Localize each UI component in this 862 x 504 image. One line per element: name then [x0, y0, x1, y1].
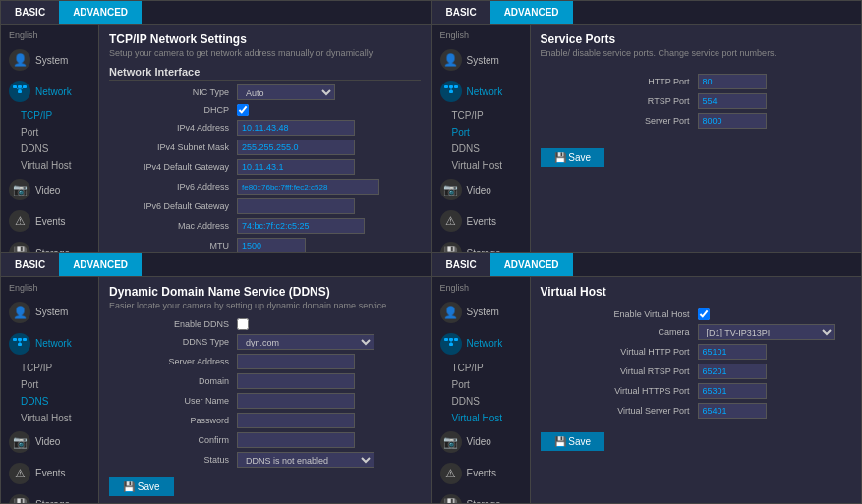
save-button-ddns[interactable]: 💾 Save: [109, 477, 174, 496]
submenu-ddns-vhost[interactable]: DDNS: [444, 393, 530, 410]
sidebar-storage-ddns[interactable]: 💾 Storage: [1, 489, 98, 504]
nic-type-select[interactable]: Auto: [237, 84, 335, 100]
sidebar-network-port[interactable]: Network: [432, 76, 530, 107]
save-button-port[interactable]: 💾 Save: [541, 148, 605, 167]
vhttps-port-input[interactable]: [698, 383, 767, 399]
submenu-tcpip-item[interactable]: TCP/IP: [13, 107, 98, 124]
vhost-title: Virtual Host: [541, 285, 852, 299]
dhcp-checkbox[interactable]: [237, 104, 249, 116]
password-label: Password: [109, 416, 237, 425]
confirm-input[interactable]: [237, 432, 355, 448]
enable-ddns-group: Enable DDNS: [109, 318, 421, 330]
ddns-type-label: DDNS Type: [109, 337, 237, 347]
sidebar-system-port[interactable]: 👤 System: [432, 44, 530, 76]
submenu-tcpip-vhost[interactable]: TCP/IP: [444, 360, 530, 376]
vserver-port-input[interactable]: [698, 403, 767, 419]
ipv6-addr-group: IPv6 Address: [109, 179, 421, 195]
submenu-ddns-ddns[interactable]: DDNS: [13, 393, 98, 410]
enable-vhost-checkbox[interactable]: [698, 308, 710, 320]
storage-icon-port: 💾: [440, 242, 462, 252]
sidebar-network-ddns[interactable]: Network: [1, 328, 98, 360]
mtu-input[interactable]: [237, 238, 306, 252]
sidebar-events-vhost[interactable]: ⚠ Events: [432, 458, 530, 489]
submenu-vhost-item[interactable]: Virtual Host: [13, 157, 98, 174]
sidebar-storage-port[interactable]: 💾 Storage: [432, 237, 530, 252]
server-addr-input[interactable]: [237, 354, 355, 369]
sidebar-item-events-tcpip[interactable]: ⚠ Events: [1, 205, 98, 237]
ddns-subtitle: Easier locate your camera by setting up …: [109, 301, 421, 310]
tab-advanced-ddns[interactable]: ADVANCED: [59, 253, 142, 276]
submenu-port-item[interactable]: Port: [13, 124, 98, 140]
ipv6-addr-input[interactable]: [237, 179, 379, 195]
mac-input[interactable]: [237, 218, 365, 234]
main-content-port: Service Ports Enable/ disable service po…: [531, 25, 862, 252]
sidebar-video-vhost[interactable]: 📷 Video: [432, 426, 530, 458]
save-button-vhost[interactable]: 💾 Save: [541, 432, 605, 451]
tab-advanced-vhost[interactable]: ADVANCED: [490, 253, 573, 276]
camera-select[interactable]: [D1] TV-IP313PI: [698, 324, 835, 340]
confirm-label: Confirm: [109, 435, 237, 445]
sidebar-events-port[interactable]: ⚠ Events: [432, 205, 530, 237]
http-port-input[interactable]: [698, 74, 767, 89]
submenu-vhost-port[interactable]: Virtual Host: [444, 157, 530, 174]
submenu-ddns-item[interactable]: DDNS: [13, 140, 98, 157]
server-port-input[interactable]: [698, 113, 767, 129]
submenu-port-vhost[interactable]: Port: [444, 376, 530, 393]
ipv4-addr-label: IPv4 Address: [109, 123, 237, 133]
ddns-type-group: DDNS Type dyn.com: [109, 334, 421, 350]
sidebar-system-ddns[interactable]: 👤 System: [1, 297, 98, 328]
mtu-group: MTU: [109, 238, 421, 252]
domain-label: Domain: [109, 376, 237, 386]
submenu-vhost-ddns[interactable]: Virtual Host: [13, 410, 98, 426]
submenu-vhost-vhost[interactable]: Virtual Host: [444, 410, 530, 426]
submenu-ddns-port[interactable]: DDNS: [444, 140, 530, 157]
submenu-port-port[interactable]: Port: [444, 124, 530, 140]
submenu-tcpip-ddns[interactable]: TCP/IP: [13, 360, 98, 376]
submenu-port-ddns[interactable]: Port: [13, 376, 98, 393]
tab-basic-port[interactable]: BASIC: [432, 1, 490, 24]
status-select[interactable]: DDNS is not enabled: [237, 452, 374, 468]
main-content-tcpip: TCP/IP Network Settings Setup your camer…: [99, 25, 431, 252]
sidebar-video-ddns[interactable]: 📷 Video: [1, 426, 98, 458]
ipv4-subnet-input[interactable]: [237, 140, 355, 155]
ddns-type-select[interactable]: dyn.com: [237, 334, 374, 350]
sidebar-item-network-tcpip[interactable]: Network: [1, 76, 98, 107]
sidebar-item-storage-tcpip[interactable]: 💾 Storage: [1, 237, 98, 252]
network-label-ddns: Network: [35, 338, 72, 349]
tab-basic-vhost[interactable]: BASIC: [432, 253, 490, 276]
domain-input[interactable]: [237, 373, 355, 389]
password-input[interactable]: [237, 413, 355, 428]
rtsp-port-group: RTSP Port: [541, 93, 852, 109]
system-label-ddns: System: [35, 307, 68, 317]
ipv4-addr-input[interactable]: [237, 120, 355, 136]
sidebar-events-ddns[interactable]: ⚠ Events: [1, 458, 98, 489]
network-icon-port: [440, 81, 462, 102]
submenu-tcpip-port[interactable]: TCP/IP: [444, 107, 530, 124]
status-group: Status DDNS is not enabled: [109, 452, 421, 468]
svg-rect-15: [18, 343, 22, 346]
vrtsp-port-input[interactable]: [698, 364, 767, 379]
rtsp-port-input[interactable]: [698, 93, 767, 109]
tab-advanced-tcpip[interactable]: ADVANCED: [59, 1, 142, 24]
username-input[interactable]: [237, 393, 355, 409]
tab-basic-ddns[interactable]: BASIC: [1, 253, 59, 276]
enable-ddns-checkbox[interactable]: [237, 318, 249, 330]
sidebar-network-vhost[interactable]: Network: [432, 328, 530, 360]
vhttp-port-input[interactable]: [698, 344, 767, 360]
sidebar-ddns: English 👤 System Network TC: [1, 277, 99, 504]
tab-advanced-port[interactable]: ADVANCED: [490, 1, 573, 24]
events-icon-tcpip: ⚠: [9, 210, 30, 232]
ipv4-gateway-input[interactable]: [237, 159, 355, 175]
sidebar-storage-vhost[interactable]: 💾 Storage: [432, 489, 530, 504]
ipv6-gateway-input[interactable]: [237, 198, 355, 214]
sidebar-video-port[interactable]: 📷 Video: [432, 174, 530, 205]
ipv6-gateway-label: IPv6 Default Gateway: [109, 201, 237, 211]
submenu-vhost-panel: TCP/IP Port DDNS Virtual Host: [432, 360, 530, 426]
sidebar-system-vhost[interactable]: 👤 System: [432, 297, 530, 328]
vrtsp-port-group: Virtual RTSP Port: [541, 364, 852, 379]
sidebar-item-system-tcpip[interactable]: 👤 System: [1, 44, 98, 76]
tab-basic-tcpip[interactable]: BASIC: [1, 1, 59, 24]
svg-rect-20: [449, 343, 453, 346]
sidebar-item-video-tcpip[interactable]: 📷 Video: [1, 174, 98, 205]
video-label-ddns: Video: [35, 436, 60, 447]
